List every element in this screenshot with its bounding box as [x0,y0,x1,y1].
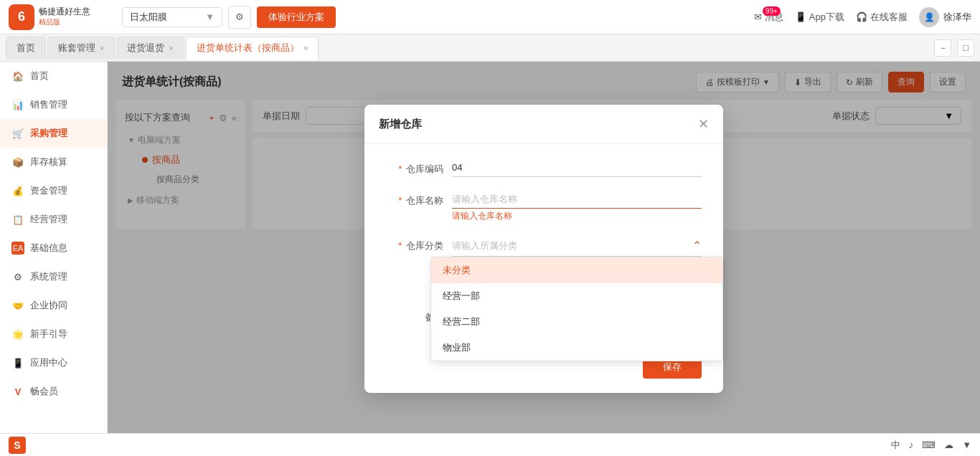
sidebar-item-home[interactable]: 🏠 首页 [0,62,107,90]
name-input[interactable] [452,190,702,209]
sidebar-item-enterprise[interactable]: 🤝 企业协同 [0,291,107,320]
tab-accounts-label: 账套管理 [58,42,95,54]
tab-accounts[interactable]: 账套管理 × [47,37,115,60]
enterprise-icon: 🤝 [11,299,24,312]
purchase-icon: 🛒 [11,127,24,140]
sidebar-item-inventory-label: 库存核算 [30,156,67,168]
sidebar-item-sales-label: 销售管理 [30,98,67,111]
home-icon: 🏠 [11,70,24,82]
tab-accounts-close[interactable]: × [100,44,104,52]
sidebar-item-guide-label: 新手引导 [30,328,67,341]
name-error-message: 请输入仓库名称 [452,210,702,222]
sidebar-item-basics[interactable]: EA 基础信息 [0,234,107,262]
tab-purchase-stats-label: 进货单统计表（按商品） [197,42,299,54]
content-area: 进货单统计(按商品) 🖨 按模板打印 ▼ ⬇ 导出 ↻ 刷新 查询 设置 [108,62,980,456]
top-navigation: 6 畅捷通好生意 精品版 日太阳膜 ▼ ⚙ 体验行业方案 ✉ 消息 99+ 📱 … [0,0,980,34]
dialog-body: * 仓库编码 * 仓库名称 [364,144,723,356]
store-selector[interactable]: 日太阳膜 ▼ [122,7,222,27]
sidebar-item-system-label: 系统管理 [30,270,67,283]
sound-icon[interactable]: ♪ [909,440,914,450]
app-download-button[interactable]: 📱 App下载 [795,11,844,24]
category-form-row: * 仓库分类 请输入所属分类 ⌃ 未分类 [386,235,702,257]
bottom-logo-icon: S [9,437,26,454]
tab-minimize-button[interactable]: － [934,39,951,57]
dropdown-item-1[interactable]: 经营一部 [431,283,722,309]
avatar: 👤 [919,7,939,27]
category-placeholder: 请输入所属分类 [452,239,517,252]
tab-bar-right: － □ [934,39,974,57]
sidebar-item-operations-label: 经营管理 [30,213,67,226]
code-required-star: * [398,163,402,174]
code-form-row: * 仓库编码 [386,158,702,177]
tab-home-label: 首页 [17,42,35,54]
guide-icon: 🌟 [11,328,24,341]
logo-icon: 6 [9,4,34,30]
category-select[interactable]: 请输入所属分类 ⌃ [452,235,702,257]
dialog-header: 新增仓库 ✕ [364,105,723,144]
user-area[interactable]: 👤 徐泽华 [919,7,971,27]
gear-icon: ⚙ [235,11,244,22]
logo-text: 畅捷通好生意 [39,6,90,18]
messages-button[interactable]: ✉ 消息 99+ [754,11,783,24]
sidebar-item-guide[interactable]: 🌟 新手引导 [0,320,107,348]
sidebar-item-appcenter[interactable]: 📱 应用中心 [0,348,107,377]
sidebar-item-basics-label: 基础信息 [30,242,67,255]
sidebar-item-enterprise-label: 企业协同 [30,299,67,312]
message-icon: ✉ [754,11,762,22]
dropdown-item-0[interactable]: 未分类 [431,257,722,283]
store-dropdown-arrow: ▼ [205,11,215,22]
sidebar-item-appcenter-label: 应用中心 [30,356,67,369]
code-label: * 仓库编码 [386,158,443,176]
sidebar-item-inventory[interactable]: 📦 库存核算 [0,148,107,176]
appcenter-icon: 📱 [11,356,24,369]
modal-overlay: 新增仓库 ✕ * 仓库编码 [108,62,980,456]
sidebar-item-operations[interactable]: 📋 经营管理 [0,205,107,234]
name-required-star: * [398,195,402,206]
add-warehouse-dialog: 新增仓库 ✕ * 仓库编码 [364,105,723,393]
dropdown-item-2[interactable]: 经营二部 [431,309,722,335]
code-input[interactable] [452,158,702,177]
expand-icon[interactable]: ▼ [962,440,971,450]
online-service-button[interactable]: 🎧 在线客服 [856,11,908,24]
chinese-input-icon[interactable]: 中 [891,439,900,452]
category-field: 请输入所属分类 ⌃ 未分类 经营一部 [452,235,702,257]
sidebar-item-system[interactable]: ⚙ 系统管理 [0,262,107,291]
sidebar-item-member[interactable]: V 畅会员 [0,377,107,406]
dropdown-item-3[interactable]: 物业部 [431,335,722,361]
messages-badge: 99+ [763,6,781,16]
sidebar-item-sales[interactable]: 📊 销售管理 [0,90,107,119]
sidebar-item-purchase[interactable]: 🛒 采购管理 [0,119,107,148]
keyboard-icon[interactable]: ⌨ [922,440,936,450]
dialog-close-button[interactable]: ✕ [698,116,709,132]
store-name: 日太阳膜 [130,11,167,24]
code-field [452,158,702,177]
tab-purchase-stats[interactable]: 进货单统计表（按商品） × [186,37,319,60]
category-label: * 仓库分类 [386,235,443,252]
category-required-star: * [398,240,402,251]
finance-icon: 💰 [11,184,24,197]
category-arrow-icon: ⌃ [692,239,702,252]
basics-icon: EA [11,242,24,255]
operations-icon: 📋 [11,213,24,226]
tab-purchase-return-label: 进货退货 [127,42,164,54]
trial-button[interactable]: 体验行业方案 [257,6,336,28]
sales-icon: 📊 [11,98,24,111]
tab-restore-button[interactable]: □ [957,39,974,57]
cloud-icon[interactable]: ☁ [944,440,953,450]
settings-button[interactable]: ⚙ [228,6,251,29]
sidebar-item-finance[interactable]: 💰 资金管理 [0,176,107,205]
tab-purchase-return[interactable]: 进货退货 × [116,37,184,60]
member-icon: V [11,385,24,398]
category-dropdown: 未分类 经营一部 经营二部 物业部 [430,257,723,361]
sidebar-item-purchase-label: 采购管理 [30,127,67,140]
tab-home[interactable]: 首页 [6,37,46,60]
logo-sub: 精品版 [39,17,90,27]
sidebar-item-home-label: 首页 [30,70,49,82]
app-download-label: App下载 [809,11,844,24]
logo-area: 6 畅捷通好生意 精品版 [9,4,116,30]
name-field: 请输入仓库名称 [452,190,702,222]
tab-purchase-stats-close[interactable]: × [303,44,308,52]
phone-icon: 📱 [795,11,806,22]
bottom-logo-area: S [9,437,26,454]
tab-purchase-return-close[interactable]: × [169,44,173,52]
